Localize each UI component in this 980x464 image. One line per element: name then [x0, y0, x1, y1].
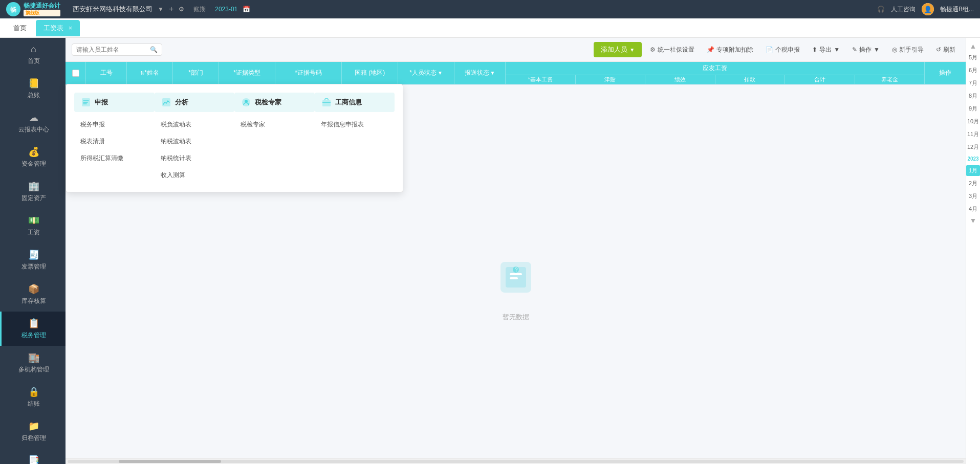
- th-performance: 绩效: [645, 75, 715, 84]
- sidebar-item-xiaochang[interactable]: 📑 小畅报销: [0, 449, 66, 464]
- sidebar-label-tax: 税务管理: [21, 331, 46, 340]
- multi-org-icon: 🏬: [28, 352, 39, 363]
- business-icon: [321, 97, 332, 108]
- sidebar-item-payroll[interactable]: 💵 工资: [0, 209, 66, 243]
- operation-arrow: ▼: [874, 46, 880, 53]
- sidebar-item-tax[interactable]: 📋 税务管理: [0, 312, 66, 346]
- menu-item-income-test[interactable]: 收入测算: [155, 167, 235, 184]
- th-region-label: 国籍 (地区): [355, 69, 385, 77]
- th-name: ⇅ *姓名: [127, 62, 173, 84]
- month-11[interactable]: 11月: [966, 129, 980, 140]
- th-salary-group: 应发工资 *基本工资 津贴 绩效 扣款 合计: [506, 62, 925, 84]
- special-deduction-icon: 📌: [707, 46, 714, 53]
- menu-item-annual-report[interactable]: 年报信息申报表: [315, 116, 395, 133]
- th-salary-sub: *基本工资 津贴 绩效 扣款 合计 养老金: [506, 75, 924, 84]
- th-report-filter-icon[interactable]: ▼: [490, 70, 495, 76]
- th-allowance: 津贴: [576, 75, 646, 84]
- add-company-icon[interactable]: +: [169, 5, 173, 14]
- menu-item-tax-stats[interactable]: 纳税统计表: [155, 150, 235, 167]
- right-panel-up-btn[interactable]: ▲: [970, 42, 977, 50]
- refresh-icon: ↺: [936, 46, 941, 53]
- sidebar-item-ledger[interactable]: 📒 总账: [0, 72, 66, 106]
- sidebar-label-close: 结账: [28, 400, 40, 408]
- user-avatar: 👤: [922, 3, 934, 15]
- dropdown-section-business: 工商信息 年报信息申报表: [315, 93, 395, 184]
- fund-icon: 💰: [28, 146, 39, 158]
- period-label: 账期: [193, 5, 206, 14]
- svg-text:👤: 👤: [924, 5, 932, 14]
- month-6[interactable]: 6月: [966, 65, 980, 76]
- sidebar-item-multi-org[interactable]: 🏬 多机构管理: [0, 346, 66, 380]
- empty-text: 暂无数据: [503, 313, 529, 322]
- add-employee-button[interactable]: 添加人员 ▼: [594, 42, 642, 57]
- menu-item-tax-fluctuation[interactable]: 税负波动表: [155, 116, 235, 133]
- month-9[interactable]: 9月: [966, 103, 980, 114]
- company-dropdown-icon[interactable]: ▼: [158, 6, 164, 13]
- section-label-expert: 税检专家: [255, 98, 281, 107]
- month-4[interactable]: 4月: [966, 204, 980, 214]
- calendar-icon[interactable]: 📅: [243, 6, 250, 13]
- tab-close-payroll[interactable]: ×: [69, 24, 73, 32]
- search-icon[interactable]: 🔍: [150, 46, 158, 53]
- personal-tax-btn[interactable]: 📄 个税申报: [761, 43, 804, 56]
- sidebar-item-fund[interactable]: 💰 资金管理: [0, 140, 66, 174]
- export-arrow: ▼: [834, 46, 840, 53]
- user-name[interactable]: 畅捷通B组...: [940, 5, 974, 14]
- month-5[interactable]: 5月: [966, 52, 980, 63]
- sidebar-item-cloud-report[interactable]: ☁ 云报表中心: [0, 106, 66, 140]
- sidebar-item-close[interactable]: 🔒 结账: [0, 380, 66, 414]
- inventory-icon: 📦: [28, 283, 39, 295]
- operation-btn[interactable]: ✎ 操作 ▼: [848, 43, 884, 56]
- svg-rect-12: [510, 277, 518, 279]
- menu-item-tax-payment[interactable]: 纳税波动表: [155, 133, 235, 150]
- right-panel-down-btn[interactable]: ▼: [970, 216, 977, 225]
- horizontal-scrollbar[interactable]: [66, 458, 966, 464]
- section-title-expert: 税检专家: [234, 93, 315, 112]
- guide-btn[interactable]: ◎ 新手引导: [888, 43, 928, 56]
- fixed-assets-icon: 🏢: [28, 181, 39, 192]
- th-status-filter-icon[interactable]: ▼: [438, 70, 443, 76]
- support-label[interactable]: 人工咨询: [891, 5, 916, 14]
- payroll-icon: 💵: [28, 215, 39, 226]
- sidebar-item-home[interactable]: ⌂ 首页: [0, 38, 66, 72]
- menu-item-tax-expert[interactable]: 税检专家: [234, 116, 315, 133]
- menu-item-tax-declare[interactable]: 税务申报: [74, 116, 155, 133]
- menu-item-income-calc[interactable]: 所得税汇算清缴: [74, 150, 155, 167]
- sidebar-item-invoice[interactable]: 🧾 发票管理: [0, 243, 66, 277]
- search-input[interactable]: [76, 46, 148, 53]
- app-logo: 畅 畅捷通好会计 旗舰版: [6, 2, 68, 16]
- section-label-business: 工商信息: [335, 98, 362, 107]
- refresh-btn[interactable]: ↺ 刷新: [932, 43, 960, 56]
- th-checkbox[interactable]: [66, 62, 86, 84]
- sidebar-item-archive[interactable]: 📁 归档管理: [0, 414, 66, 449]
- month-1[interactable]: 1月: [966, 165, 980, 176]
- empty-illustration: ?: [490, 252, 541, 304]
- select-all-checkbox[interactable]: [72, 70, 79, 77]
- special-deduction-btn[interactable]: 📌 专项附加扣除: [703, 43, 757, 56]
- month-3[interactable]: 3月: [966, 191, 980, 202]
- th-base-salary: *基本工资: [506, 75, 576, 84]
- sidebar-label-archive: 归档管理: [21, 434, 46, 443]
- content-area: 🔍 添加人员 ▼ ⚙ 统一社保设置 📌 专项附加扣除 📄 个税申报 ⬆ 导出: [66, 38, 966, 464]
- month-2[interactable]: 2月: [966, 178, 980, 189]
- cloud-icon: ☁: [29, 112, 38, 123]
- settings-icon[interactable]: ⚙: [179, 6, 184, 13]
- month-10[interactable]: 10月: [966, 116, 980, 127]
- tab-home[interactable]: 首页: [6, 20, 34, 36]
- sidebar: ⌂ 首页 📒 总账 ☁ 云报表中心 💰 资金管理 🏢 固定资产 💵 工资 🧾 发…: [0, 38, 66, 464]
- export-btn[interactable]: ⬆ 导出 ▼: [808, 43, 844, 56]
- sidebar-item-fixed-assets[interactable]: 🏢 固定资产: [0, 174, 66, 209]
- month-12[interactable]: 12月: [966, 142, 980, 152]
- sidebar-item-inventory[interactable]: 📦 库存核算: [0, 277, 66, 312]
- tab-bar: 首页 工资表 ×: [0, 18, 980, 38]
- th-dept-label: *部门: [188, 69, 203, 77]
- social-security-btn[interactable]: ⚙ 统一社保设置: [646, 43, 699, 56]
- scrollbar-thumb[interactable]: [119, 460, 221, 463]
- month-7[interactable]: 7月: [966, 78, 980, 89]
- menu-item-tax-table[interactable]: 税表清册: [74, 133, 155, 150]
- top-bar-right: 🎧 人工咨询 👤 畅捷通B组...: [877, 3, 974, 15]
- month-8[interactable]: 8月: [966, 91, 980, 101]
- tab-payroll[interactable]: 工资表 ×: [36, 20, 80, 36]
- app-version: 旗舰版: [24, 10, 60, 16]
- xiaochang-icon: 📑: [28, 455, 39, 464]
